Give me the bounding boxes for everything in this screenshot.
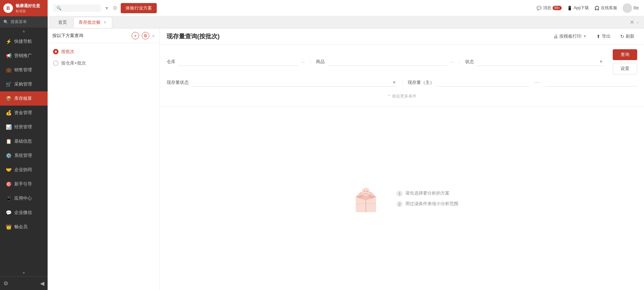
active-scheme-button[interactable]: ⚙: [142, 32, 149, 39]
sidebar-item-member[interactable]: 👑 畅会员: [0, 220, 48, 234]
export-label: 导出: [602, 33, 611, 39]
stock-qty-dash: —: [531, 79, 542, 86]
app-download-action[interactable]: 📱 App下载: [567, 5, 589, 11]
sidebar-collapse-icon[interactable]: ◀: [40, 280, 44, 287]
topbar-dropdown-icon[interactable]: ▼: [104, 5, 109, 11]
sidebar-nav: ⚡ 快捷导航 📢 营销推广 💼 销售管理 🛒 采购管理 📦 库存核算 💰 资金管…: [0, 34, 48, 270]
empty-icon-container: [345, 178, 386, 219]
online-service-action[interactable]: 🎧 在线客服: [594, 5, 617, 11]
finance-icon: 💰: [5, 110, 12, 116]
print-button[interactable]: 🖨 按模板打印 ▼: [550, 32, 590, 41]
message-badge: 99+: [553, 6, 562, 10]
print-dropdown-icon[interactable]: ▼: [583, 34, 587, 39]
sidebar-item-inventory[interactable]: 📦 库存核算: [0, 91, 48, 106]
tab-home-label: 首页: [58, 19, 67, 25]
sidebar-item-marketing[interactable]: 📢 营销推广: [0, 49, 48, 63]
app-title-group: 畅康通好生意 标准版: [16, 3, 40, 14]
stock-status-dropdown[interactable]: ▼: [191, 78, 396, 87]
query-button[interactable]: 查询: [613, 49, 637, 60]
svg-point-8: [367, 191, 368, 192]
sidebar-item-enterprise[interactable]: 🤝 企业协同: [0, 163, 48, 177]
sidebar-item-basic[interactable]: 📋 基础信息: [0, 134, 48, 148]
stock-status-field: 现存量状态 ▼: [167, 78, 396, 87]
stock-qty-min-input[interactable]: [437, 78, 529, 87]
sidebar-settings-icon[interactable]: ⚙: [3, 280, 8, 287]
topbar-search-area[interactable]: 🔍: [53, 4, 101, 12]
sidebar-item-wechat[interactable]: 💬 企业微信: [0, 205, 48, 220]
topbar-gear-icon[interactable]: ⚙: [113, 5, 117, 11]
quick-nav-icon: ⚡: [5, 38, 12, 44]
goods-input[interactable]: [327, 58, 447, 66]
filter-divider-3: [402, 79, 402, 86]
search-icon: 🔍: [3, 20, 9, 24]
sidebar-scroll-up[interactable]: ▲: [0, 28, 48, 34]
goods-label: 商品: [316, 59, 325, 65]
settings-button[interactable]: 设置: [613, 63, 637, 74]
empty-tips: 1 请先选择要分析的方案 2 用过滤条件来缩小分析范围: [396, 190, 458, 207]
scheme-item-batch[interactable]: 按批次: [48, 46, 159, 57]
content-area: 按以下方案查询 + ⚙ « 按批次 按仓库+批次: [48, 29, 644, 290]
wechat-icon: 💬: [5, 210, 12, 216]
tab-home[interactable]: 首页: [53, 17, 72, 28]
scheme-batch-label: 按批次: [61, 49, 74, 55]
sidebar-item-finance[interactable]: 💰 资金管理: [0, 106, 48, 120]
user-area[interactable]: Rit: [623, 3, 639, 13]
user-avatar: [623, 3, 632, 13]
empty-tip-1: 1 请先选择要分析的方案: [396, 190, 458, 197]
tabbar: 首页 库存批次账 × ✕ ›: [48, 16, 644, 29]
sidebar-item-operations[interactable]: 📊 经营管理: [0, 120, 48, 134]
service-icon: 🎧: [594, 6, 599, 11]
sidebar-scroll-down[interactable]: ▼: [0, 270, 48, 276]
tab-arrow-icon[interactable]: ›: [637, 20, 639, 25]
message-action[interactable]: 💬 消息 99+: [537, 5, 562, 11]
sidebar-item-newcomer[interactable]: 🎯 新手引导: [0, 177, 48, 191]
phone-icon: 📱: [567, 6, 572, 11]
svg-point-6: [362, 188, 370, 196]
add-scheme-button[interactable]: +: [132, 32, 139, 39]
stock-qty-max-input[interactable]: [545, 78, 637, 87]
warehouse-more-icon[interactable]: ···: [301, 59, 305, 65]
filter-collapse-arrow[interactable]: «: [152, 33, 155, 38]
stock-qty-field: 现存量（主） —: [408, 78, 638, 87]
scheme-warehouse-batch-label: 按仓库+批次: [61, 60, 86, 66]
app-center-icon: 📱: [5, 195, 12, 201]
refresh-button[interactable]: ↻ 刷新: [617, 32, 637, 41]
scheme-dot-inner: [55, 51, 57, 53]
sidebar-item-label: 畅会员: [14, 224, 28, 230]
filter-row-2: 现存量状态 ▼ 现存量（主） —: [167, 78, 637, 87]
inventory-icon: 📦: [5, 95, 12, 102]
scheme-item-warehouse-batch[interactable]: 按仓库+批次: [48, 57, 159, 69]
goods-more-icon[interactable]: ···: [450, 59, 454, 65]
warehouse-input[interactable]: [178, 58, 298, 66]
basic-icon: 📋: [5, 138, 12, 144]
status-label: 状态: [465, 59, 474, 65]
sidebar-item-quick-nav[interactable]: ⚡ 快捷导航: [0, 34, 48, 49]
sidebar-item-label: 企业协同: [14, 167, 32, 173]
empty-state: 1 请先选择要分析的方案 2 用过滤条件来缩小分析范围: [160, 107, 644, 290]
sidebar-item-label: 应用中心: [14, 195, 32, 201]
export-button[interactable]: ⬆ 导出: [594, 32, 613, 41]
sidebar-item-label: 采购管理: [14, 81, 32, 87]
sidebar-item-label: 库存核算: [14, 95, 32, 102]
refresh-icon: ↻: [620, 34, 624, 39]
sidebar-header: B 畅康通好生意 标准版: [0, 0, 48, 16]
tab-inventory-batch[interactable]: 库存批次账 ×: [73, 17, 112, 28]
purchase-icon: 🛒: [5, 81, 12, 87]
sidebar-item-label: 新手引导: [14, 181, 32, 187]
sidebar-search[interactable]: 🔍 搜索菜单: [0, 16, 48, 28]
tab-panel-close-icon[interactable]: ✕: [630, 19, 634, 25]
collapse-more-button[interactable]: ⌃ 收起更多条件: [167, 91, 637, 102]
tab-close-button[interactable]: ×: [103, 20, 107, 25]
sidebar-item-system[interactable]: ⚙️ 系统管理: [0, 148, 48, 163]
tip-number-2: 2: [396, 201, 403, 207]
status-dropdown-icon: ▼: [599, 59, 603, 64]
sidebar-item-sales[interactable]: 💼 销售管理: [0, 63, 48, 77]
empty-box-svg: [349, 182, 383, 216]
trial-button[interactable]: 体验行业方案: [121, 3, 157, 13]
status-dropdown[interactable]: ▼: [477, 58, 603, 66]
topbar-search-input[interactable]: [64, 6, 98, 11]
sidebar-item-purchase[interactable]: 🛒 采购管理: [0, 77, 48, 91]
sidebar-item-app-center[interactable]: 📱 应用中心: [0, 191, 48, 205]
enterprise-icon: 🤝: [5, 167, 12, 173]
sidebar-item-label: 快捷导航: [14, 38, 32, 44]
